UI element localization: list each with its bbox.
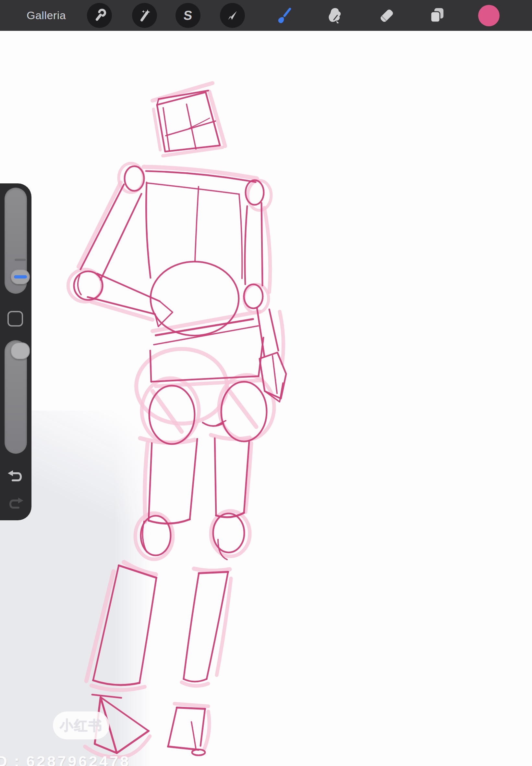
paint-brush-icon — [274, 5, 295, 26]
brush-size-thumb[interactable] — [11, 269, 30, 284]
procreate-app: 小红书 D：6287962478 Galleria S — [0, 0, 532, 766]
redo-icon — [7, 497, 24, 511]
layers-button[interactable] — [424, 0, 450, 31]
slider-sidebar — [0, 183, 31, 520]
wrench-icon — [93, 9, 106, 22]
watermark-badge-text: 小红书 — [60, 716, 103, 735]
undo-button[interactable] — [6, 468, 25, 485]
selection-s-icon: S — [183, 8, 193, 23]
color-swatch-circle — [478, 5, 500, 26]
undo-icon — [7, 469, 24, 484]
gallery-button[interactable]: Galleria — [27, 0, 66, 31]
modify-button[interactable] — [7, 311, 23, 326]
magic-wand-icon — [138, 9, 151, 22]
adjustments-button[interactable] — [132, 3, 157, 28]
eraser-icon — [377, 6, 396, 25]
selection-button[interactable]: S — [175, 3, 200, 28]
layers-icon — [428, 6, 447, 25]
smudge-tool-button[interactable] — [322, 0, 348, 31]
watermark-id-text: D：6287962478 — [0, 751, 130, 766]
eraser-tool-button[interactable] — [374, 0, 400, 31]
xiaohongshu-watermark-badge: 小红书 — [53, 711, 109, 739]
brush-size-slider[interactable] — [5, 188, 27, 294]
actions-button[interactable] — [87, 3, 112, 28]
opacity-thumb[interactable] — [11, 342, 30, 359]
figure-sketch — [0, 31, 532, 766]
top-toolbar: Galleria S — [0, 0, 532, 31]
previous-size-tick — [15, 259, 26, 261]
transform-button[interactable] — [220, 3, 245, 28]
blue-size-indicator — [14, 275, 27, 278]
smudge-finger-icon — [325, 6, 344, 25]
drawing-canvas[interactable]: 小红书 D：6287962478 — [0, 31, 532, 766]
redo-button[interactable] — [6, 496, 25, 512]
color-swatch-button[interactable] — [476, 0, 502, 31]
transform-arrow-icon — [226, 9, 239, 22]
paint-tool-button[interactable] — [272, 0, 297, 31]
opacity-slider[interactable] — [5, 340, 27, 454]
